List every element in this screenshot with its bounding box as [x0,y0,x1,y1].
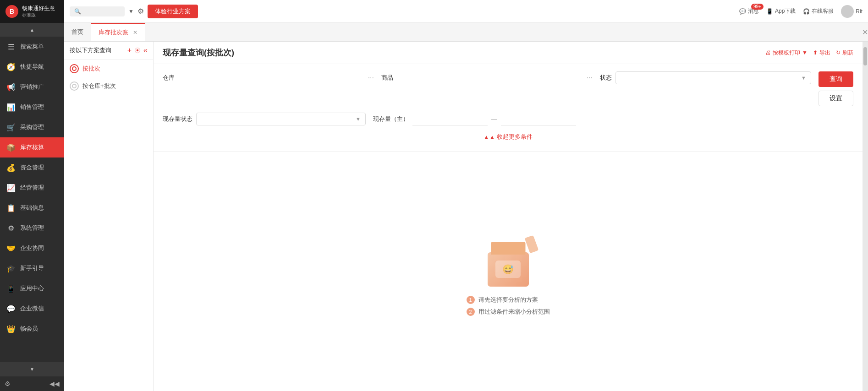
quicknav-icon: 🧭 [6,62,16,71]
settings-icon[interactable]: ⚙ [5,380,11,387]
topbar: 🔍 ▼ ⚙ 体验行业方案 💬 消息 99+ 📱 App下载 🎧 在线客服 Rit [64,0,868,23]
experience-btn[interactable]: 体验行业方案 [148,5,198,18]
inactive-scheme-icon [71,83,77,89]
collapse-left-panel-btn[interactable]: « [143,46,148,54]
inventory-quantity-from[interactable] [412,113,488,125]
refresh-btn[interactable]: ↻ 刷新 [836,49,853,57]
inventory-status-select[interactable]: ▼ [196,113,366,125]
scheme-batch-icon [70,64,79,73]
warehouse-input[interactable]: ··· [178,71,374,84]
topbar-search-icon: 🔍 [74,8,81,15]
export-label: 导出 [819,49,830,57]
sidebar-item-finance[interactable]: 💰 资金管理 [0,157,64,178]
right-scrollbar[interactable] [863,42,868,391]
sidebar-item-basic[interactable]: 📋 基础信息 [0,198,64,218]
sidebar-item-inventory[interactable]: 📦 库存核算 [0,137,64,157]
sidebar-item-member[interactable]: 👑 畅会员 [0,319,64,339]
goods-input[interactable]: ··· [397,71,593,84]
sidebar-item-label-marketing: 营销推广 [20,83,44,91]
sidebar-item-label-purchase: 采购管理 [20,123,44,131]
sidebar-item-label-member: 畅会员 [20,325,38,333]
filter-settings-btn[interactable]: 设置 [819,91,853,106]
collapse-sidebar-icon[interactable]: ◀◀ [49,380,60,387]
add-scheme-btn[interactable]: + [127,46,132,54]
warehouse-label: 仓库 [163,74,175,82]
sidebar-item-purchase[interactable]: 🛒 采购管理 [0,117,64,137]
app-download-label: App下载 [775,7,796,15]
export-icon: ⬆ [813,49,818,56]
panel-close-btn[interactable]: ✕ [862,28,868,37]
warehouse-dots-icon[interactable]: ··· [368,74,374,82]
print-btn[interactable]: 🖨 按模板打印 ▼ [765,49,808,57]
sidebar-item-marketing[interactable]: 📢 营销推广 [0,77,64,97]
inventory-quantity-to[interactable] [501,113,576,125]
sidebar-item-management[interactable]: 📈 经营管理 [0,178,64,198]
tab-home[interactable]: 首页 [64,23,91,41]
sidebar-item-label-system: 系统管理 [20,224,44,232]
topbar-icons: 💬 消息 99+ 📱 App下载 🎧 在线客服 Rit [739,5,863,18]
basic-icon: 📋 [6,203,16,212]
sidebar-item-system[interactable]: ⚙ 系统管理 [0,218,64,238]
status-label: 状态 [600,74,612,82]
sidebar-item-quicknav[interactable]: 🧭 快捷导航 [0,57,64,77]
app-download-item[interactable]: 📱 App下载 [766,7,796,15]
empty-tip-2: 2 用过滤条件来缩小分析范围 [467,308,550,316]
query-btn[interactable]: 查询 [819,71,853,87]
status-select[interactable]: ▼ [615,71,811,84]
tab-close-btn[interactable]: ✕ [133,29,137,36]
scheme-item-warehouse-batch[interactable]: 按仓库+批次 [64,78,153,94]
sidebar-item-newbie[interactable]: 🎓 新手引导 [0,258,64,278]
topbar-gear-btn[interactable]: ⚙ [137,7,144,16]
user-avatar-item[interactable]: Rit [841,5,863,18]
print-label: 按模板打印 [773,49,800,57]
inventory-icon: 📦 [6,143,16,152]
page-header: 现存量查询(按批次) 🖨 按模板打印 ▼ ⬆ 导出 ↻ 刷新 [154,42,863,64]
sidebar-scroll-down[interactable]: ▼ [0,362,64,376]
empty-tip-1: 1 请先选择要分析的方案 [467,296,550,304]
export-btn[interactable]: ⬆ 导出 [813,49,830,57]
sidebar-item-label-quicknav: 快捷导航 [20,63,44,71]
goods-label: 商品 [381,74,393,82]
sidebar-item-wechat[interactable]: 💬 企业微信 [0,299,64,319]
sidebar-footer: ⚙ ◀◀ [0,376,64,391]
warehouse-filter-field: 仓库 ··· [163,71,374,84]
newbie-icon: 🎓 [6,264,16,273]
scheme-warehouse-batch-icon [70,81,79,91]
tip-text-2: 用过滤条件来缩小分析范围 [478,308,550,316]
topbar-chevron-btn[interactable]: ▼ [128,8,134,15]
refresh-label: 刷新 [842,49,853,57]
scheme-item-batch[interactable]: 按批次 [64,60,153,78]
online-service-item[interactable]: 🎧 在线客服 [803,7,834,15]
collapse-up-icon: ▲▲ [483,134,495,141]
message-icon-item[interactable]: 💬 消息 99+ [739,7,759,15]
sidebar: B 畅康通好生意 标准版 ▲ ☰ 搜索菜单 🧭 快捷导航 📢 营销推广 📊 销售… [0,0,64,391]
sidebar-item-label-search: 搜索菜单 [20,43,44,51]
tab-batch-account[interactable]: 库存批次账 ✕ [91,23,145,41]
empty-box-lid [491,242,525,255]
empty-arm [524,235,538,253]
user-name: Rit [856,8,863,15]
active-scheme-icon [71,66,77,71]
system-icon: ⚙ [6,223,16,233]
management-icon: 📈 [6,183,16,192]
tip-text-1: 请先选择要分析的方案 [478,296,538,304]
sidebar-item-search[interactable]: ☰ 搜索菜单 [0,37,64,57]
collapse-more-btn[interactable]: ▲▲ 收起更多条件 [483,130,533,144]
left-panel-header: 按以下方案查询 + « [64,42,153,60]
tip-num-2: 2 [467,308,475,316]
app-logo: B [5,5,18,18]
goods-dots-icon[interactable]: ··· [587,74,593,82]
refresh-icon: ↻ [836,49,841,56]
svg-point-1 [72,67,76,71]
topbar-search-box[interactable]: 🔍 [70,6,125,16]
scheme-settings-btn[interactable] [134,47,141,54]
message-badge: 99+ [751,4,764,10]
sidebar-item-sales[interactable]: 📊 销售管理 [0,97,64,117]
sidebar-header: B 畅康通好生意 标准版 [0,0,64,23]
settings-gear-icon [134,47,141,54]
sidebar-item-enterprise[interactable]: 🤝 企业协同 [0,238,64,258]
main-area: 🔍 ▼ ⚙ 体验行业方案 💬 消息 99+ 📱 App下载 🎧 在线客服 Rit [64,0,868,391]
sidebar-item-appcenter[interactable]: 📱 应用中心 [0,278,64,299]
sidebar-scroll-up[interactable]: ▲ [0,23,64,37]
collapse-btn-wrap: ▲▲ 收起更多条件 [163,130,853,144]
